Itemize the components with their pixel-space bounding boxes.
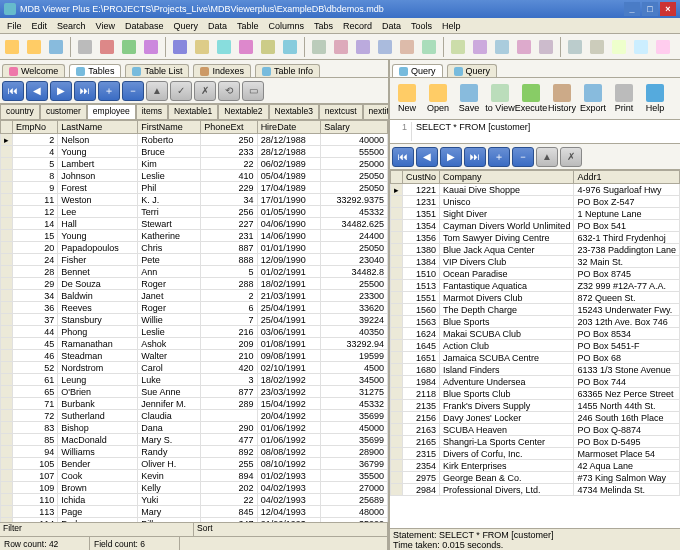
toolbar-button-12[interactable]	[280, 37, 300, 57]
sql-editor[interactable]: 1 SELECT * FROM [customer]	[390, 120, 680, 144]
maximize-button[interactable]: □	[642, 2, 658, 16]
table-row[interactable]: 44PhongLeslie21603/06/199140350	[1, 326, 388, 338]
menu-tools[interactable]: Tools	[406, 20, 437, 32]
menu-edit[interactable]: Edit	[27, 20, 53, 32]
table-row[interactable]: 1560The Depth Charge15243 Underwater Fwy…	[391, 304, 681, 316]
toolbar-button-11[interactable]	[258, 37, 278, 57]
toolbar-button-8[interactable]	[192, 37, 212, 57]
res-add-button[interactable]: ＋	[488, 147, 510, 167]
table-row[interactable]: 14HallStewart22704/06/199034482.625	[1, 218, 388, 230]
query-new-button[interactable]: New	[392, 84, 422, 113]
toolbar-button-1[interactable]	[24, 37, 44, 57]
query-export-button[interactable]: Export	[578, 84, 608, 113]
table-row[interactable]: 71BurbankJennifer M.28915/04/199245332	[1, 398, 388, 410]
col-empno[interactable]: EmpNo	[13, 121, 58, 134]
nav-edit-button[interactable]: ▲	[146, 81, 168, 101]
subtab-indexes[interactable]: Indexes	[193, 64, 251, 77]
subtab-table-list[interactable]: Table List	[125, 64, 189, 77]
table-row[interactable]: 94WilliamsRandy89208/08/199228900	[1, 446, 388, 458]
query-history-button[interactable]: History	[547, 84, 577, 113]
toolbar-button-13[interactable]	[309, 37, 329, 57]
toolbar-button-24[interactable]	[565, 37, 585, 57]
table-row[interactable]: 1651Jamaica SCUBA CentrePO Box 68	[391, 352, 681, 364]
col-custno[interactable]: CustNo	[403, 171, 440, 184]
toolbar-button-7[interactable]	[170, 37, 190, 57]
query-open-button[interactable]: Open	[423, 84, 453, 113]
query-print-button[interactable]: Print	[609, 84, 639, 113]
toolbar-button-15[interactable]	[353, 37, 373, 57]
filter-label[interactable]: Filter	[0, 523, 194, 536]
col-company[interactable]: Company	[440, 171, 574, 184]
res-prev-button[interactable]: ◀	[416, 147, 438, 167]
subtab-query[interactable]: Query	[447, 64, 498, 77]
table-row[interactable]: 34BaldwinJanet221/03/199123300	[1, 290, 388, 302]
table-row[interactable]: ▸1221Kauai Dive Shoppe4-976 Sugarloaf Hw…	[391, 184, 681, 196]
close-button[interactable]: ×	[660, 2, 676, 16]
menu-table[interactable]: Table	[232, 20, 264, 32]
toolbar-button-0[interactable]	[2, 37, 22, 57]
table-row[interactable]: 2135Frank's Divers Supply1455 North 44th…	[391, 400, 681, 412]
nav-first-button[interactable]: ⏮	[2, 81, 24, 101]
table-row[interactable]: 1645Action ClubPO Box 5451-F	[391, 340, 681, 352]
minimize-button[interactable]: _	[624, 2, 640, 16]
query-execute-button[interactable]: Execute	[516, 84, 546, 113]
table-row[interactable]: 11WestonK. J.3417/01/199033292.9375	[1, 194, 388, 206]
toolbar-button-10[interactable]	[236, 37, 256, 57]
menu-view[interactable]: View	[91, 20, 120, 32]
toolbar-button-28[interactable]	[653, 37, 673, 57]
sort-label[interactable]: Sort	[194, 523, 388, 536]
table-row[interactable]: 107CookKevin89401/02/199335500	[1, 470, 388, 482]
table-row[interactable]: 2156Davy Jones' Locker246 South 16th Pla…	[391, 412, 681, 424]
menu-file[interactable]: File	[2, 20, 27, 32]
table-row[interactable]: 1624Makai SCUBA ClubPO Box 8534	[391, 328, 681, 340]
table-tab-nextable2[interactable]: Nextable2	[218, 104, 268, 119]
table-row[interactable]: 46SteadmanWalter21009/08/199119599	[1, 350, 388, 362]
col-lastname[interactable]: LastName	[58, 121, 138, 134]
table-row[interactable]: 29De SouzaRoger28818/02/199125500	[1, 278, 388, 290]
table-row[interactable]: 72SutherlandClaudia20/04/199235699	[1, 410, 388, 422]
res-next-button[interactable]: ▶	[440, 147, 462, 167]
toolbar-button-25[interactable]	[587, 37, 607, 57]
table-row[interactable]: 1356Tom Sawyer Diving Centre632-1 Third …	[391, 232, 681, 244]
subtab-query[interactable]: Query	[392, 64, 443, 77]
toolbar-button-3[interactable]	[75, 37, 95, 57]
table-row[interactable]: 4YoungBruce23328/12/198855500	[1, 146, 388, 158]
menu-columns[interactable]: Columns	[264, 20, 310, 32]
table-row[interactable]: 2354Kirk Enterprises42 Aqua Lane	[391, 460, 681, 472]
table-row[interactable]: 110IchidaYuki2204/02/199325689	[1, 494, 388, 506]
table-row[interactable]: 1513Fantastique AquaticaZ32 999 #12A-77 …	[391, 280, 681, 292]
table-row[interactable]: 45RamanathanAshok20901/08/199133292.94	[1, 338, 388, 350]
table-row[interactable]: 37StansburyWillie725/04/199139224	[1, 314, 388, 326]
res-last-button[interactable]: ⏭	[464, 147, 486, 167]
table-row[interactable]: 105BenderOliver H.25508/10/199236799	[1, 458, 388, 470]
table-row[interactable]: 61LeungLuke318/02/199234500	[1, 374, 388, 386]
res-first-button[interactable]: ⏮	[392, 147, 414, 167]
nav-cancel-button[interactable]: ✗	[194, 81, 216, 101]
table-row[interactable]: 1680Island Finders6133 1/3 Stone Avenue	[391, 364, 681, 376]
toolbar-button-27[interactable]	[631, 37, 651, 57]
table-row[interactable]: 24FisherPete88812/09/199023040	[1, 254, 388, 266]
toolbar-button-14[interactable]	[331, 37, 351, 57]
menu-help[interactable]: Help	[437, 20, 466, 32]
table-row[interactable]: 28BennetAnn501/02/199134482.8	[1, 266, 388, 278]
toolbar-button-18[interactable]	[419, 37, 439, 57]
table-tab-nextcust[interactable]: nextcust	[319, 104, 363, 119]
col-addr1[interactable]: Addr1	[574, 171, 680, 184]
table-row[interactable]: 65O'BrienSue Anne87723/03/199231275	[1, 386, 388, 398]
table-row[interactable]: 1384VIP Divers Club32 Main St.	[391, 256, 681, 268]
table-row[interactable]: 85MacDonaldMary S.47701/06/199235699	[1, 434, 388, 446]
table-row[interactable]: 20PapadopoulosChris88701/01/199025050	[1, 242, 388, 254]
table-row[interactable]: 83BishopDana29001/06/199245000	[1, 422, 388, 434]
col-salary[interactable]: Salary	[321, 121, 388, 134]
table-tab-items[interactable]: items	[136, 104, 168, 119]
table-row[interactable]: 1354Cayman Divers World UnlimitedPO Box …	[391, 220, 681, 232]
col-hiredate[interactable]: HireDate	[257, 121, 321, 134]
table-row[interactable]: 9ForestPhil22917/04/198925050	[1, 182, 388, 194]
nav-post-button[interactable]: ✓	[170, 81, 192, 101]
subtab-tables[interactable]: Tables	[69, 64, 121, 77]
nav-add-button[interactable]: ＋	[98, 81, 120, 101]
toolbar-button-2[interactable]	[46, 37, 66, 57]
query-help-button[interactable]: Help	[640, 84, 670, 113]
result-grid-scroll[interactable]: CustNoCompanyAddr1Addr2▸1221Kauai Dive S…	[390, 170, 680, 528]
table-row[interactable]: 2975George Bean & Co.#73 King Salmon Way	[391, 472, 681, 484]
